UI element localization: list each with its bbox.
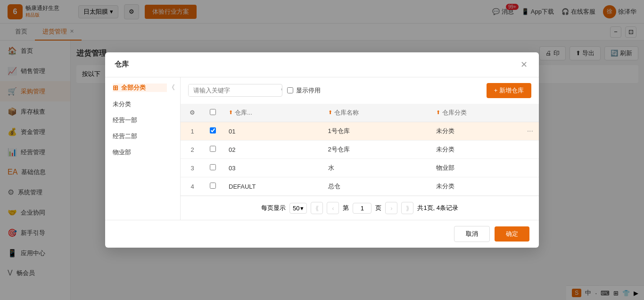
grid-icon: ⊞: [113, 84, 118, 92]
table-row[interactable]: 4 DEFAULT 总仓 未分类: [181, 177, 539, 196]
row-more-button[interactable]: ···: [527, 127, 533, 135]
table-row[interactable]: 1 01 1号仓库 未分类 ···: [181, 122, 539, 141]
table-row[interactable]: 2 02 2号仓库 未分类: [181, 141, 539, 159]
settings-icon: ⚙: [190, 109, 195, 116]
sort-icon: ⬆: [436, 109, 440, 116]
settings-col-header: ⚙: [181, 104, 204, 122]
row-num-cell: 1: [181, 122, 204, 141]
row-category-cell: 未分类: [430, 141, 539, 159]
category-item-uncategorized[interactable]: 未分类: [105, 96, 180, 112]
row-checkbox[interactable]: [210, 183, 216, 189]
search-button[interactable]: 🔍: [277, 84, 282, 96]
next-page-button[interactable]: ›: [385, 202, 397, 214]
table-row[interactable]: 3 03 水 物业部: [181, 159, 539, 177]
category-item-operations2[interactable]: 经营二部: [105, 128, 180, 144]
row-num-cell: 2: [181, 141, 204, 159]
search-input[interactable]: [189, 84, 277, 96]
row-num-cell: 4: [181, 177, 204, 196]
modal-body: ⊞ 全部分类 《 未分类 经营一部 经营二部 物业部: [105, 77, 539, 220]
sort-icon: ⬆: [328, 109, 332, 116]
row-code-cell: DEFAULT: [223, 177, 322, 196]
all-categories-item[interactable]: ⊞ 全部分类: [113, 83, 167, 92]
modal-footer: 取消 确定: [105, 220, 539, 248]
show-disabled-checkbox-label[interactable]: 显示停用: [287, 86, 321, 95]
show-disabled-label: 显示停用: [296, 86, 321, 95]
row-name-cell: 总仓: [322, 177, 431, 196]
code-col-header: ⬆ 仓库...: [223, 104, 322, 122]
modal-category-sidebar: ⊞ 全部分类 《 未分类 经营一部 经营二部 物业部: [105, 77, 181, 220]
row-checkbox-cell[interactable]: [204, 177, 223, 196]
category-item-operations1[interactable]: 经营一部: [105, 112, 180, 128]
category-col-header: ⬆ 仓库分类: [430, 104, 539, 122]
modal-overlay: 仓库 ✕ ⊞ 全部分类 《 未分类 经营一部: [0, 0, 644, 300]
confirm-button[interactable]: 确定: [495, 226, 529, 242]
category-label: 未分类: [113, 100, 131, 108]
modal-title: 仓库: [115, 60, 129, 69]
warehouse-table: ⚙ ⬆ 仓库...: [181, 104, 539, 196]
per-page-value: 50: [293, 205, 299, 212]
select-all-checkbox[interactable]: [210, 109, 216, 115]
row-checkbox-cell[interactable]: [204, 122, 223, 141]
toolbar-left: 🔍 显示停用: [188, 84, 321, 97]
category-item-property[interactable]: 物业部: [105, 144, 180, 160]
pagination-bar: 每页显示 50 ▾ ⟪ ‹ 第 页 › ⟫ 共1页, 4条记录: [181, 196, 539, 220]
page-number-input[interactable]: [353, 203, 372, 214]
page-label: 第: [343, 204, 349, 212]
per-page-label: 每页显示: [261, 204, 286, 212]
row-code-cell: 03: [223, 159, 322, 177]
pagination-summary: 共1页, 4条记录: [417, 204, 458, 212]
warehouse-modal: 仓库 ✕ ⊞ 全部分类 《 未分类 经营一部: [105, 52, 539, 248]
row-checkbox-cell[interactable]: [204, 141, 223, 159]
row-num-cell: 3: [181, 159, 204, 177]
prev-page-button[interactable]: ‹: [327, 202, 339, 214]
row-name-cell: 水: [322, 159, 431, 177]
row-checkbox[interactable]: [210, 164, 216, 170]
modal-right-content: 🔍 显示停用 + 新增仓库: [181, 77, 539, 220]
all-categories-label: 全部分类: [121, 83, 146, 92]
row-code-cell: 02: [223, 141, 322, 159]
last-page-button[interactable]: ⟫: [401, 202, 413, 214]
search-wrap: 🔍: [188, 84, 282, 97]
category-label: 经营二部: [113, 132, 137, 141]
row-category-cell: 未分类 ···: [430, 122, 539, 141]
add-warehouse-button[interactable]: + 新增仓库: [487, 83, 531, 98]
row-category-cell: 物业部: [430, 159, 539, 177]
show-disabled-checkbox[interactable]: [287, 87, 293, 93]
category-label: 经营一部: [113, 116, 137, 125]
page-unit: 页: [375, 204, 381, 212]
table-header-row: ⚙ ⬆ 仓库...: [181, 104, 539, 122]
modal-sidebar-top: ⊞ 全部分类 《: [105, 83, 180, 96]
row-code-cell: 01: [223, 122, 322, 141]
sort-icon: ⬆: [229, 109, 233, 116]
row-checkbox[interactable]: [210, 127, 216, 133]
per-page-select[interactable]: 50 ▾: [289, 203, 307, 214]
checkbox-col-header: [204, 104, 223, 122]
row-name-cell: 1号仓库: [322, 122, 431, 141]
cancel-button[interactable]: 取消: [454, 226, 490, 242]
row-checkbox-cell[interactable]: [204, 159, 223, 177]
modal-toolbar: 🔍 显示停用 + 新增仓库: [181, 77, 539, 104]
category-label: 物业部: [113, 148, 131, 157]
modal-close-button[interactable]: ✕: [518, 59, 529, 70]
dropdown-icon: ▾: [300, 205, 304, 212]
name-col-header: ⬆ 仓库名称: [322, 104, 431, 122]
first-page-button[interactable]: ⟪: [311, 202, 323, 214]
modal-header: 仓库 ✕: [105, 52, 539, 77]
row-name-cell: 2号仓库: [322, 141, 431, 159]
row-checkbox[interactable]: [210, 146, 216, 152]
row-category-cell: 未分类: [430, 177, 539, 196]
collapse-button[interactable]: 《: [167, 83, 176, 92]
